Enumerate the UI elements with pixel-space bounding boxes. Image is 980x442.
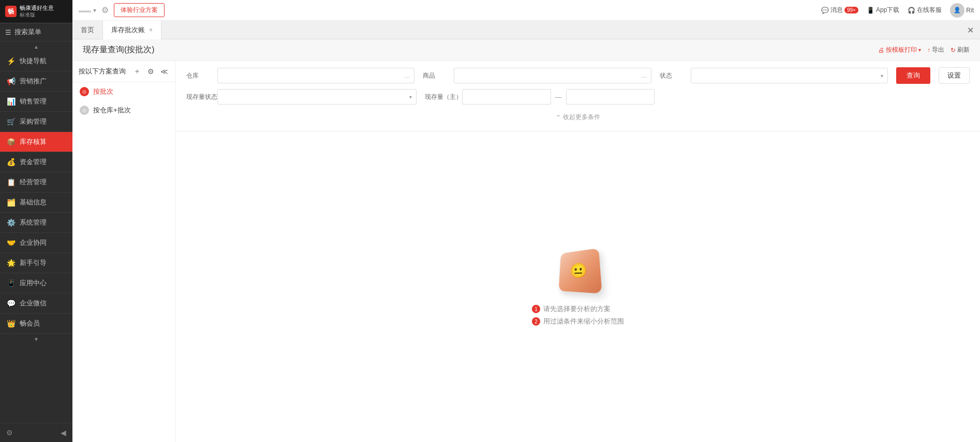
- collapse-icon[interactable]: ◀: [61, 429, 66, 437]
- sidebar-nav: ▲ ⚡ 快捷导航 📢 营销推广 📊 销售管理 🛒 采购管理 📦 库存核算: [0, 41, 72, 423]
- tab-active-label: 库存批次账: [111, 25, 145, 35]
- collapse-label: 收起更多条件: [563, 113, 600, 122]
- sidebar-item-wechat[interactable]: 💬 企业微信: [0, 293, 72, 314]
- messages-action[interactable]: 💬 消息 99+: [821, 6, 858, 14]
- filter-area: 仓库 … 商品 …: [176, 61, 980, 131]
- app-download-icon: 📱: [867, 7, 874, 14]
- online-service-action[interactable]: 🎧 在线客服: [908, 6, 942, 14]
- sidebar-item-purchase[interactable]: 🛒 采购管理: [0, 112, 72, 132]
- avatar-placeholder: 👤: [954, 7, 961, 13]
- sidebar-item-system[interactable]: ⚙️ 系统管理: [0, 213, 72, 233]
- status-dropdown-icon: ▾: [881, 73, 883, 79]
- sidebar-item-newbie[interactable]: 🌟 新手引导: [0, 253, 72, 273]
- content-body: 按以下方案查询 ＋ ⚙ ≪ ◎ 按批次 ◎: [72, 61, 980, 442]
- print-btn[interactable]: 🖨 按模板打印 ▾: [878, 46, 921, 54]
- sidebar-item-business[interactable]: 📋 经营管理: [0, 172, 72, 193]
- sales-icon: 📊: [6, 97, 16, 106]
- sidebar-item-label: 畅会员: [20, 319, 40, 328]
- export-btn[interactable]: ↑ 导出: [927, 46, 944, 54]
- sidebar-item-label: 企业微信: [20, 299, 47, 308]
- member-icon: 👑: [6, 319, 16, 328]
- breadcrumb-dropdown[interactable]: ▾: [93, 7, 96, 14]
- stock-qty-min[interactable]: [462, 89, 551, 105]
- sidebar-item-label: 资金管理: [20, 157, 47, 167]
- print-icon: 🖨: [878, 47, 884, 54]
- page-title: 现存量查询(按批次): [83, 45, 155, 55]
- refresh-btn[interactable]: ↻ 刷新: [951, 46, 970, 54]
- settings-btn[interactable]: 设置: [939, 67, 970, 84]
- enterprise-icon: 🤝: [6, 238, 16, 247]
- print-label: 按模板打印: [886, 46, 917, 54]
- avatar: 👤: [950, 3, 964, 18]
- sidebar-item-label: 系统管理: [20, 218, 47, 227]
- sidebar-search-label: 搜索菜单: [14, 27, 41, 37]
- user-profile-action[interactable]: 👤 Rit: [950, 3, 974, 18]
- stock-qty-label: 现存量（主）: [425, 93, 462, 101]
- tab-inventory-batch[interactable]: 库存批次账 ×: [103, 21, 161, 39]
- empty-tip-1: 1 请先选择要分析的方案: [532, 304, 624, 314]
- settings-gear-icon[interactable]: ⚙: [101, 5, 109, 15]
- export-label: 导出: [932, 46, 944, 54]
- warehouse-input[interactable]: …: [217, 68, 414, 83]
- empty-tips: 1 请先选择要分析的方案 2 用过滤条件来缩小分析范围: [532, 304, 624, 329]
- sidebar-item-label: 基础信息: [20, 198, 47, 207]
- empty-tip-2: 2 用过滤条件来缩小分析范围: [532, 317, 624, 326]
- settings-icon[interactable]: ⚙: [6, 429, 13, 437]
- sidebar-item-sales[interactable]: 📊 销售管理: [0, 92, 72, 112]
- sidebar-header: 畅 畅康通好生意 标准版: [0, 0, 72, 23]
- page-header: 现存量查询(按批次) 🖨 按模板打印 ▾ ↑ 导出 ↻ 刷新: [72, 39, 980, 61]
- warehouse-batch-scheme-icon: ◎: [80, 106, 89, 115]
- main-area: ▬▬ ▾ ⚙ 体验行业方案 💬 消息 99+ 📱 App下载 🎧 在线客服 👤: [72, 0, 980, 442]
- sidebar-item-appstore[interactable]: 📱 应用中心: [0, 273, 72, 293]
- inventory-icon: 📦: [6, 137, 16, 146]
- goods-input[interactable]: …: [454, 68, 651, 83]
- sidebar-item-basic[interactable]: 🗂️ 基础信息: [0, 193, 72, 213]
- topbar: ▬▬ ▾ ⚙ 体验行业方案 💬 消息 99+ 📱 App下载 🎧 在线客服 👤: [72, 0, 980, 21]
- panel-item-by-batch[interactable]: ◎ 按批次: [72, 82, 175, 101]
- page-content: 现存量查询(按批次) 🖨 按模板打印 ▾ ↑ 导出 ↻ 刷新: [72, 39, 980, 442]
- sidebar-search[interactable]: ☰ 搜索菜单: [0, 23, 72, 41]
- goods-filter-group: 商品 …: [423, 68, 651, 83]
- sidebar-item-inventory[interactable]: 📦 库存核算: [0, 132, 72, 152]
- left-panel: 按以下方案查询 ＋ ⚙ ≪ ◎ 按批次 ◎: [72, 61, 176, 442]
- wechat-icon: 💬: [6, 299, 16, 308]
- tabbar-close-right[interactable]: ✕: [961, 21, 980, 39]
- sidebar-item-marketing[interactable]: 📢 营销推广: [0, 71, 72, 92]
- filter-collapse-btn[interactable]: ⌃ 收起更多条件: [186, 110, 970, 125]
- app-download-action[interactable]: 📱 App下载: [867, 6, 899, 14]
- add-scheme-btn[interactable]: ＋: [132, 66, 142, 77]
- app-subtitle: 标准版: [20, 11, 54, 19]
- stock-qty-max[interactable]: [566, 89, 655, 105]
- app-logo: 畅: [5, 6, 17, 17]
- scroll-up-icon[interactable]: ▲: [34, 44, 39, 50]
- settings-scheme-btn[interactable]: ⚙: [145, 66, 156, 77]
- sidebar-item-label: 库存核算: [20, 137, 47, 146]
- empty-tip-2-text: 用过滤条件来缩小分析范围: [543, 317, 624, 326]
- experience-btn[interactable]: 体验行业方案: [114, 3, 165, 17]
- sidebar-item-quick-nav[interactable]: ⚡ 快捷导航: [0, 51, 72, 71]
- sidebar-item-label: 采购管理: [20, 117, 47, 126]
- purchase-icon: 🛒: [6, 117, 16, 126]
- query-btn[interactable]: 查询: [896, 67, 930, 84]
- tab-close-btn[interactable]: ×: [149, 26, 153, 34]
- sidebar-item-enterprise[interactable]: 🤝 企业协同: [0, 233, 72, 253]
- sidebar-item-finance[interactable]: 💰 资金管理: [0, 152, 72, 172]
- message-icon: 💬: [821, 7, 829, 14]
- refresh-label: 刷新: [957, 46, 970, 54]
- panel-item-by-warehouse-batch[interactable]: ◎ 按仓库+批次: [72, 101, 175, 120]
- right-panel: 仓库 … 商品 …: [176, 61, 980, 442]
- appstore-icon: 📱: [6, 278, 16, 288]
- stock-status-select[interactable]: ▾: [217, 89, 417, 105]
- basic-icon: 🗂️: [6, 198, 16, 207]
- newbie-icon: 🌟: [6, 258, 16, 268]
- scroll-down-icon[interactable]: ▼: [34, 336, 39, 342]
- refresh-icon: ↻: [951, 47, 956, 54]
- collapse-icon: ⌃: [556, 114, 561, 121]
- service-icon: 🎧: [908, 7, 915, 14]
- status-select[interactable]: ▾: [691, 68, 888, 83]
- print-dropdown-icon[interactable]: ▾: [918, 47, 921, 53]
- sidebar-item-member[interactable]: 👑 畅会员: [0, 314, 72, 334]
- collapse-panel-btn[interactable]: ≪: [159, 66, 169, 77]
- tab-home[interactable]: 首页: [72, 21, 103, 39]
- messages-badge: 99+: [844, 7, 858, 13]
